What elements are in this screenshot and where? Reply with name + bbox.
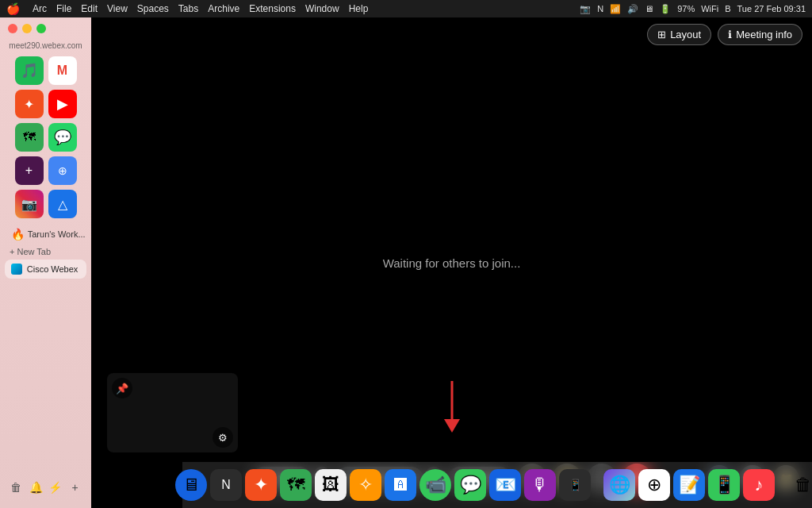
dock-photos[interactable]: 🖼 bbox=[315, 469, 347, 501]
menubar-bluetooth-icon: B bbox=[725, 4, 730, 13]
apple-menu[interactable]: 🍎 bbox=[6, 2, 20, 15]
menu-arc[interactable]: Arc bbox=[33, 3, 47, 14]
sidebar-icon-youtube[interactable]: ▶ bbox=[48, 90, 77, 118]
menu-tabs[interactable]: Tabs bbox=[178, 3, 198, 14]
self-view-pin-button[interactable]: 📌 bbox=[112, 378, 132, 398]
sidebar-trash-icon[interactable]: 🗑 bbox=[6, 478, 25, 497]
menu-edit[interactable]: Edit bbox=[81, 3, 98, 14]
sidebar-icon-whatsapp[interactable]: 💬 bbox=[48, 123, 77, 152]
menubar-battery-pct: 97% bbox=[677, 4, 695, 13]
sidebar-add-icon[interactable]: + bbox=[66, 478, 85, 497]
menu-archive[interactable]: Archive bbox=[208, 3, 239, 14]
dock-finder[interactable]: 🖥 bbox=[175, 469, 207, 501]
layout-icon: ⊞ bbox=[657, 29, 666, 40]
layout-button[interactable]: ⊞ Layout bbox=[647, 24, 711, 45]
menubar: 🍎 Arc File Edit View Spaces Tabs Archive… bbox=[0, 0, 812, 17]
menubar-screen-icon: 🖥 bbox=[645, 4, 653, 13]
sidebar-icon-gmail[interactable]: M bbox=[48, 56, 77, 85]
self-view-gear-button[interactable]: ⚙ bbox=[213, 427, 233, 448]
menubar-battery-icon: 🔋 bbox=[660, 4, 671, 14]
menubar-time: Tue 27 Feb 09:31 bbox=[737, 4, 806, 13]
dock-messages[interactable]: 💬 bbox=[454, 469, 486, 501]
dock-chrome[interactable]: ⊕ bbox=[638, 469, 670, 501]
sidebar-workspace[interactable]: 🔥 Tarun's Work... bbox=[5, 225, 87, 244]
dock-appstore[interactable]: 🅰 bbox=[385, 469, 416, 501]
menubar-volume-icon: 🔊 bbox=[627, 4, 638, 14]
maximize-button[interactable] bbox=[36, 24, 46, 33]
menu-window[interactable]: Window bbox=[305, 3, 339, 14]
dock-figma[interactable]: ✦ bbox=[245, 469, 277, 501]
menu-spaces[interactable]: Spaces bbox=[137, 3, 169, 14]
traffic-lights bbox=[0, 24, 46, 33]
sidebar-icon-instagram[interactable]: 📷 bbox=[15, 190, 44, 218]
menu-view[interactable]: View bbox=[107, 3, 128, 14]
dock-notch[interactable]: ✧ bbox=[350, 469, 381, 501]
self-view: 📌 ⚙ bbox=[107, 373, 238, 452]
dock-phone[interactable]: 📱 bbox=[708, 469, 740, 501]
sidebar: meet290.webex.com 🎵 M ✦ ▶ 🗺 💬 + ⊕ 📷 △ 🔥 … bbox=[0, 17, 91, 508]
new-tab-button[interactable]: + New Tab bbox=[0, 247, 51, 256]
sidebar-icon-spotify[interactable]: 🎵 bbox=[15, 56, 44, 85]
macos-dock: 🖥 N ✦ 🗺 🖼 ✧ 🅰 📹 💬 📧 🎙 📱 🌐 ⊕ 📝 📱 ♪ 🗑 bbox=[182, 462, 812, 508]
dock-trash[interactable]: 🗑 bbox=[787, 469, 812, 501]
main-meeting-area: ⊞ Layout ℹ Meeting info Waiting for othe… bbox=[91, 17, 812, 508]
meeting-info-label: Meeting info bbox=[736, 29, 792, 40]
current-url: meet290.webex.com bbox=[9, 41, 82, 50]
menubar-camera-icon: 📷 bbox=[580, 4, 591, 14]
dock-facetime[interactable]: 📹 bbox=[419, 469, 451, 501]
close-button[interactable] bbox=[8, 24, 17, 33]
dock-music[interactable]: ♪ bbox=[743, 469, 775, 501]
sidebar-icon-figma[interactable]: ✦ bbox=[15, 90, 44, 118]
sidebar-item-cisco-webex[interactable]: Cisco Webex bbox=[5, 260, 87, 279]
dock-mail[interactable]: 📧 bbox=[489, 469, 521, 501]
menubar-notch: N bbox=[597, 4, 603, 13]
menu-file[interactable]: File bbox=[56, 3, 71, 14]
menu-help[interactable]: Help bbox=[349, 3, 369, 14]
meeting-topbar: ⊞ Layout ℹ Meeting info bbox=[638, 17, 812, 52]
meeting-info-button[interactable]: ℹ Meeting info bbox=[718, 24, 802, 45]
waiting-text: Waiting for others to join... bbox=[383, 256, 521, 270]
dock-arc[interactable]: 🌐 bbox=[603, 469, 635, 501]
sidebar-icon-slack[interactable]: + bbox=[15, 156, 44, 185]
cisco-webex-icon bbox=[11, 264, 22, 275]
sidebar-notification-icon[interactable]: 🔔 bbox=[26, 478, 45, 497]
dock-maps[interactable]: 🗺 bbox=[280, 469, 312, 501]
minimize-button[interactable] bbox=[22, 24, 32, 33]
menubar-wifi2: WiFi bbox=[701, 4, 718, 13]
sidebar-icon-maps[interactable]: 🗺 bbox=[15, 123, 44, 152]
sidebar-app-icons: 🎵 M ✦ ▶ 🗺 💬 + ⊕ 📷 △ bbox=[9, 56, 83, 218]
dock-podcasts[interactable]: 🎙 bbox=[524, 469, 556, 501]
sidebar-lightning-icon[interactable]: ⚡ bbox=[46, 478, 65, 497]
sidebar-bottom-bar: 🗑 🔔 ⚡ + bbox=[0, 473, 91, 502]
menu-extensions[interactable]: Extensions bbox=[249, 3, 296, 14]
layout-label: Layout bbox=[670, 29, 701, 40]
meeting-info-icon: ℹ bbox=[728, 29, 732, 40]
cisco-tab-label: Cisco Webex bbox=[27, 264, 79, 274]
dock-craft[interactable]: 📝 bbox=[673, 469, 705, 501]
sidebar-icon-chrome[interactable]: ⊕ bbox=[48, 156, 77, 185]
menubar-wifi-icon: 📶 bbox=[610, 4, 621, 14]
dock-screens[interactable]: 📱 bbox=[559, 469, 591, 501]
sidebar-icon-drive[interactable]: △ bbox=[48, 190, 77, 218]
menubar-right: 📷 N 📶 🔊 🖥 🔋 97% WiFi B Tue 27 Feb 09:31 bbox=[580, 4, 806, 14]
dock-noteplan[interactable]: N bbox=[210, 469, 242, 501]
